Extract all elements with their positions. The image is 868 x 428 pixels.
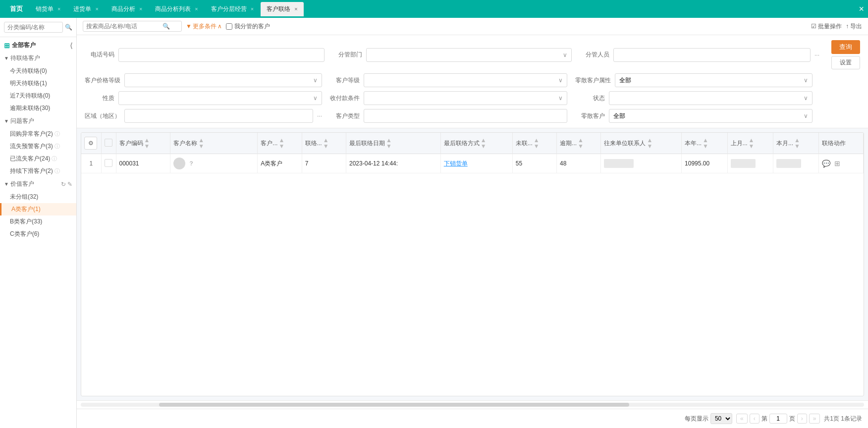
filter-search-box: 🔍 [83, 21, 182, 32]
retail-attr-select[interactable]: 全部 ∨ [615, 73, 813, 87]
region-ellipsis[interactable]: ··· [317, 112, 322, 119]
sidebar-item-class-b[interactable]: B类客户(33) [0, 215, 76, 228]
filter-dept: 分管部门 ∨ [332, 48, 572, 62]
prev-page-btn[interactable]: ‹ [750, 414, 760, 424]
nav-segment-close[interactable]: × [251, 6, 254, 12]
sidebar-item-overdue[interactable]: 逾期未联络(30) [0, 102, 76, 114]
page-size-area: 每页显示 50 [685, 413, 732, 424]
comment-action-icon[interactable]: 💬 [822, 160, 830, 167]
query-btn[interactable]: 查询 [831, 40, 860, 54]
nav-goods-analysis[interactable]: 商品分析 × [106, 2, 148, 16]
page-input[interactable] [769, 414, 787, 424]
nav-goods-analysis-close[interactable]: × [139, 6, 142, 12]
sort-icon-contacts: ▲▼ [647, 137, 652, 149]
row-last-contact-method: 下销货单 [440, 154, 512, 173]
sidebar-item-lost-pending[interactable]: 流失预警客户(3) ⓘ [0, 140, 76, 153]
sidebar-search-input[interactable] [4, 22, 63, 33]
row-contacts-person [601, 154, 682, 173]
row-last-contact-date: 2023-04-12 14:44: [346, 154, 441, 173]
customer-level-arrow: ∨ [558, 77, 563, 84]
sidebar-item-class-c[interactable]: C类客户(6) [0, 228, 76, 240]
row-actions: 💬 ⊞ [819, 154, 864, 173]
th-last-month: 上月... ▲▼ [727, 133, 773, 154]
sidebar-item-7days[interactable]: 近7天待联络(0) [0, 90, 76, 102]
table-settings-btn[interactable]: ⚙ [84, 137, 97, 150]
payment-select[interactable]: ∨ [364, 91, 567, 105]
sidebar-search-icon[interactable]: 🔍 [65, 24, 72, 31]
refresh-icon[interactable]: ↻ [61, 181, 66, 188]
sidebar-collapse-btn[interactable]: ⟨ [70, 42, 72, 50]
sidebar-item-class-a[interactable]: A类客户(1) [0, 203, 76, 215]
total-info: 共1页 1条记录 [824, 415, 862, 423]
last-page-btn[interactable]: » [809, 414, 820, 424]
filter-retail-customer: 零散客户 全部 ∨ [575, 109, 813, 123]
nav-purchase-close[interactable]: × [95, 6, 98, 12]
horizontal-scrollbar[interactable] [77, 400, 868, 409]
section-problem-customers[interactable]: ▼ 问题客户 [0, 114, 76, 128]
region-input[interactable] [124, 109, 313, 123]
sidebar-item-tomorrow[interactable]: 明天待联络(1) [0, 77, 76, 90]
setting-btn[interactable]: 设置 [831, 56, 860, 69]
nav-goods-list-close[interactable]: × [195, 6, 198, 12]
nav-purchase[interactable]: 进货单 × [67, 2, 104, 16]
search-icon[interactable]: 🔍 [163, 23, 170, 30]
status-select[interactable]: ∨ [609, 91, 813, 105]
edit-icon[interactable]: ✎ [67, 181, 72, 188]
phone-input[interactable] [118, 48, 325, 62]
sidebar-all-customers[interactable]: ⊞ 全部客户 ⟨ [0, 37, 76, 52]
price-level-select[interactable]: ∨ [124, 73, 322, 87]
row-checkbox[interactable] [105, 159, 112, 167]
nav-sales[interactable]: 销货单 × [30, 2, 66, 16]
sidebar-item-lost[interactable]: 已流失客户(24) ⓘ [0, 153, 76, 165]
filter-row-2: 客户价格等级 ∨ 客户等级 ∨ 零散客户属性 全部 [85, 73, 860, 87]
section-pending-contact[interactable]: ▼ 待联络客户 [0, 52, 76, 65]
sidebar-item-repeat-abnormal[interactable]: 回购异常客户(2) ⓘ [0, 128, 76, 140]
first-page-btn[interactable]: « [736, 414, 748, 424]
scrollbar-thumb[interactable] [159, 403, 629, 407]
nav-customer-contact[interactable]: 客户联络 × [261, 2, 303, 16]
export-btn[interactable]: ↑ 导出 [846, 22, 862, 31]
info-icon3: ⓘ [52, 155, 57, 162]
nav-home[interactable]: 首页 [4, 1, 29, 16]
customer-type-label: 客户类型 [330, 112, 360, 120]
info-icon1: ⓘ [54, 130, 60, 138]
batch-ops-btn[interactable]: ☑ 批量操作 [811, 22, 842, 31]
row-no-contact: 55 [512, 154, 556, 173]
sidebar-item-today[interactable]: 今天待联络(0) [0, 65, 76, 77]
nav-contact-close[interactable]: × [294, 6, 297, 12]
th-last-contact-date: 最后联络日期 ▲▼ [346, 133, 441, 154]
retail-customer-select[interactable]: 全部 ∨ [609, 109, 813, 123]
section-value-customers[interactable]: ▼ 价值客户 ↻ ✎ [0, 177, 76, 191]
dept-select[interactable]: ∨ [366, 48, 572, 62]
next-page-btn[interactable]: › [797, 414, 807, 424]
link-action-icon[interactable]: ⊞ [834, 160, 840, 167]
sidebar-item-unclassified[interactable]: 未分组(32) [0, 191, 76, 203]
th-last-contact-method: 最后联络方式 ▲▼ [440, 133, 512, 154]
select-all-checkbox[interactable] [105, 139, 112, 147]
this-month-bar [776, 159, 801, 168]
nav-sales-close[interactable]: × [57, 6, 60, 12]
manager-input[interactable] [613, 48, 811, 62]
sidebar-item-persistent[interactable]: 持续下滑客户(2) ⓘ [0, 165, 76, 177]
customer-type-select[interactable] [364, 109, 567, 123]
customer-level-select[interactable]: ∨ [364, 73, 567, 87]
sort-icon-this-year: ▲▼ [703, 137, 708, 149]
nav-goods-analysis-list[interactable]: 商品分析列表 × [149, 2, 204, 16]
nav-close-all[interactable]: × [859, 4, 864, 14]
filter-row-4: 区域（地区） ··· 客户类型 零散客户 全部 ∨ [85, 109, 860, 123]
page-nav: « ‹ 第 页 › » [736, 414, 820, 424]
page-size-select[interactable]: 50 [710, 413, 732, 424]
search-input[interactable] [86, 23, 161, 30]
price-level-label: 客户价格等级 [85, 76, 120, 85]
manager-ellipsis[interactable]: ··· [814, 52, 819, 58]
my-customer-checkbox[interactable] [226, 23, 232, 30]
nature-select[interactable]: ∨ [118, 91, 322, 105]
nav-customer-segment[interactable]: 客户分层经营 × [205, 2, 260, 16]
filter-customer-level: 客户等级 ∨ [330, 73, 567, 87]
more-filters-btn[interactable]: ▼ 更多条件 ∧ [186, 22, 222, 31]
arrow-icon3: ▼ [4, 181, 9, 187]
filter-retail-attr: 零散客户属性 全部 ∨ [575, 73, 813, 87]
grid-icon: ⊞ [4, 42, 10, 50]
retail-customer-arrow: ∨ [804, 112, 808, 119]
contact-method-link[interactable]: 下销货单 [444, 160, 468, 167]
